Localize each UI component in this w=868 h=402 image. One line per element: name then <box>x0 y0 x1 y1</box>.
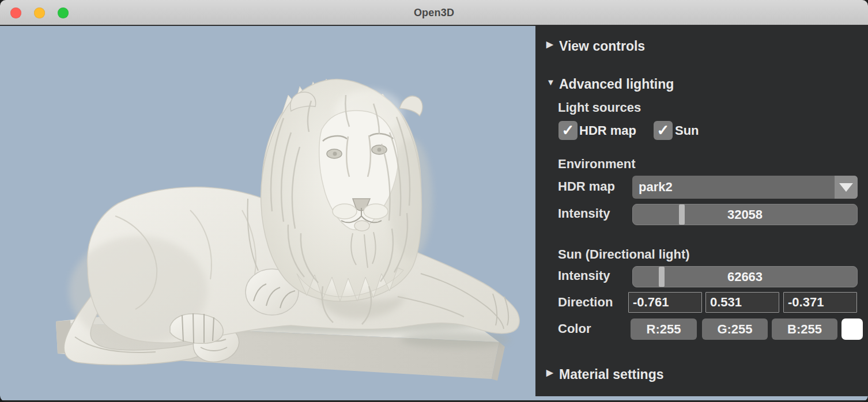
environment-label: Environment <box>558 156 635 172</box>
sun-checkbox[interactable]: ✓ <box>654 121 673 140</box>
section-label: Material settings <box>559 366 664 383</box>
direction-x-field[interactable] <box>628 292 702 313</box>
section-view-controls[interactable]: ▶ View controls <box>535 37 868 55</box>
color-green-button[interactable]: G:255 <box>702 318 768 340</box>
hdr-map-checkbox[interactable]: ✓ <box>558 121 578 140</box>
hdr-map-selected-value: park2 <box>639 176 673 199</box>
color-label: Color <box>558 321 591 337</box>
hdr-map-label: HDR map <box>558 179 615 195</box>
sun-intensity-label: Intensity <box>558 268 610 284</box>
sun-intensity-slider[interactable]: 62663 <box>632 266 858 287</box>
section-advanced-lighting[interactable]: ▼ Advanced lighting <box>535 75 868 93</box>
section-label: Advanced lighting <box>559 75 674 93</box>
settings-panel: ▶ View controls ▼ Advanced lighting Ligh… <box>535 26 868 396</box>
env-intensity-value: 32058 <box>633 204 857 225</box>
chevron-right-icon: ▶ <box>546 39 553 50</box>
chevron-down-icon: ▼ <box>546 77 555 87</box>
lion-model <box>0 26 535 400</box>
sun-intensity-value: 62663 <box>633 267 857 287</box>
hdr-map-dropdown[interactable]: park2 <box>632 176 858 199</box>
direction-z-field[interactable] <box>783 292 857 313</box>
section-material-settings[interactable]: ▶ Material settings <box>535 366 868 383</box>
app-window: Open3D <box>0 0 868 402</box>
direction-label: Direction <box>558 294 613 310</box>
color-blue-button[interactable]: B:255 <box>772 318 837 340</box>
light-sources-label: Light sources <box>558 100 641 116</box>
section-label: View controls <box>559 37 645 55</box>
sun-section-label: Sun (Directional light) <box>558 246 690 263</box>
dropdown-arrow-icon <box>839 183 853 192</box>
env-intensity-slider[interactable]: 32058 <box>632 204 858 225</box>
env-intensity-label: Intensity <box>558 206 610 222</box>
hdr-map-checkbox-label: HDR map <box>579 122 636 139</box>
sun-checkbox-label: Sun <box>675 122 699 139</box>
chevron-right-icon: ▶ <box>546 367 553 378</box>
dropdown-button[interactable] <box>835 176 858 199</box>
window-title: Open3D <box>0 0 868 25</box>
color-red-button[interactable]: R:255 <box>631 318 697 340</box>
title-bar: Open3D <box>0 0 868 25</box>
color-swatch[interactable] <box>841 318 863 340</box>
direction-y-field[interactable] <box>705 292 779 313</box>
